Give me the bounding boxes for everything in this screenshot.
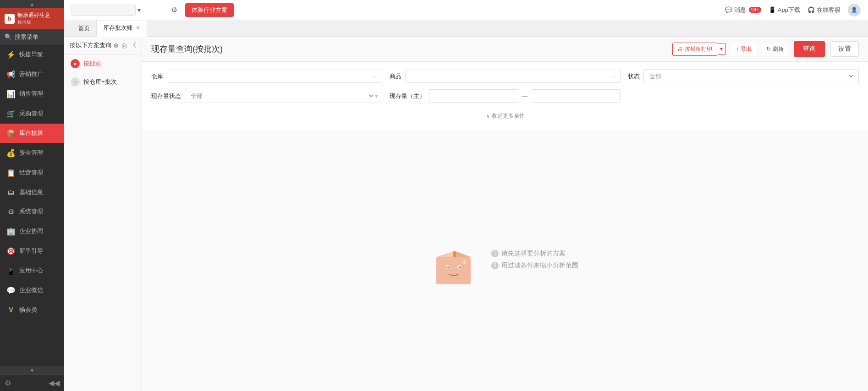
sidebar-label-system: 系统管理 bbox=[19, 207, 43, 216]
sidebar-item-enterprise[interactable]: 🏢 企业协同 bbox=[0, 222, 64, 241]
sidebar-item-finance[interactable]: 💰 资金管理 bbox=[0, 143, 64, 163]
quantity-from-input[interactable] bbox=[429, 89, 519, 103]
svg-rect-3 bbox=[453, 251, 456, 257]
app-download-action[interactable]: 📱 App下载 bbox=[769, 6, 800, 14]
tab-close-btn[interactable]: ✕ bbox=[136, 25, 140, 31]
scheme-by-batch-label: 按批次 bbox=[83, 60, 101, 68]
marketing-icon: 📢 bbox=[6, 70, 16, 79]
topbar-search-input[interactable] bbox=[71, 5, 136, 16]
status-label: 状态 bbox=[628, 72, 640, 81]
sidebar-label-vip: 畅会员 bbox=[19, 306, 37, 314]
filter-panel-header: 按以下方案查询 ⊕ ◎ 《 bbox=[64, 37, 142, 54]
quick-nav-icon: ⚡ bbox=[6, 50, 16, 59]
settings-gear-icon[interactable]: ⚙ bbox=[5, 379, 11, 387]
add-scheme-icon[interactable]: ⊕ bbox=[113, 42, 119, 49]
sidebar-label-new-guide: 新手引导 bbox=[19, 247, 43, 255]
warehouse-input[interactable] bbox=[167, 70, 369, 82]
product-input[interactable] bbox=[406, 70, 607, 82]
sidebar-item-app-center[interactable]: 📱 应用中心 bbox=[0, 261, 64, 281]
sidebar-scroll-down[interactable]: ▼ bbox=[0, 366, 64, 375]
phone-icon: 📱 bbox=[769, 6, 776, 13]
sidebar-item-system[interactable]: ⚙ 系统管理 bbox=[0, 202, 64, 222]
messages-label: 消息 bbox=[734, 6, 746, 14]
page-header: 现存量查询(按批次) 🖨 按模板打印 ▾ ↑ 导出 ↻ bbox=[142, 37, 868, 62]
industry-btn[interactable]: 体验行业方案 bbox=[185, 3, 234, 17]
filter-quantity-field: 现存量（主） — bbox=[390, 89, 621, 103]
settings-btn[interactable]: 设置 bbox=[830, 41, 859, 57]
operations-icon: 📋 bbox=[6, 168, 16, 177]
svg-marker-1 bbox=[436, 251, 453, 257]
status-select-wrapper: 全部 正常 停用 bbox=[643, 69, 859, 83]
dropdown-icon: ▾ bbox=[375, 92, 378, 99]
empty-state: 1 请先选择要分析的方案 2 用过滤条件来缩小分析范围 bbox=[142, 131, 868, 391]
tab-inventory-batch-label: 库存批次账 bbox=[103, 24, 133, 32]
topbar-settings-btn[interactable]: ⚙ bbox=[168, 4, 181, 16]
print-btn[interactable]: 🖨 按模板打印 bbox=[672, 43, 717, 56]
print-dropdown-btn[interactable]: ▾ bbox=[717, 43, 726, 55]
sidebar-label-enterprise: 企业协同 bbox=[19, 227, 43, 235]
new-guide-icon: 🎯 bbox=[6, 247, 16, 255]
main-area: ▾ ⚙ 体验行业方案 💬 消息 99+ 📱 App下载 🎧 在线客服 👤 bbox=[64, 0, 868, 391]
search-label: 搜索菜单 bbox=[15, 33, 38, 41]
scheme-by-warehouse-batch[interactable]: ○ 按仓库+批次 bbox=[64, 73, 142, 91]
sidebar-item-enterprise-wechat[interactable]: 💬 企业微信 bbox=[0, 281, 64, 300]
basic-info-icon: 🗂 bbox=[6, 188, 16, 196]
sidebar-label-inventory: 库存核算 bbox=[19, 129, 43, 137]
messages-action[interactable]: 💬 消息 99+ bbox=[725, 6, 761, 14]
sales-icon: 📊 bbox=[6, 90, 16, 98]
svg-marker-2 bbox=[456, 251, 471, 257]
warehouse-input-wrapper: ··· bbox=[167, 70, 382, 83]
sidebar-item-inventory[interactable]: 📦 库存核算 bbox=[0, 124, 64, 143]
refresh-btn[interactable]: ↻ 刷新 bbox=[762, 43, 788, 55]
tab-home[interactable]: 首页 bbox=[71, 20, 97, 36]
sidebar-label-operations: 经营管理 bbox=[19, 168, 43, 177]
topbar: ▾ ⚙ 体验行业方案 💬 消息 99+ 📱 App下载 🎧 在线客服 👤 bbox=[64, 0, 868, 20]
filter-form: 仓库 ··· 商品 ··· 状态 bbox=[142, 62, 868, 131]
scheme-by-batch[interactable]: ● 按批次 bbox=[64, 54, 142, 73]
product-more-icon[interactable]: ··· bbox=[607, 73, 620, 80]
sidebar-item-quick-nav[interactable]: ⚡ 快捷导航 bbox=[0, 45, 64, 65]
tip-1: 1 请先选择要分析的方案 bbox=[491, 250, 578, 258]
online-service-action[interactable]: 🎧 在线客服 bbox=[808, 6, 841, 14]
filter-product-field: 商品 ··· bbox=[390, 70, 621, 83]
sidebar-item-basic-info[interactable]: 🗂 基础信息 bbox=[0, 183, 64, 202]
sidebar-label-marketing: 营销推广 bbox=[19, 70, 43, 78]
sidebar-item-operations[interactable]: 📋 经营管理 bbox=[0, 163, 64, 183]
status-select[interactable]: 全部 正常 停用 bbox=[648, 72, 855, 80]
warehouse-label: 仓库 bbox=[151, 72, 163, 81]
scheme-settings-icon[interactable]: ◎ bbox=[121, 42, 127, 49]
topbar-actions: 💬 消息 99+ 📱 App下载 🎧 在线客服 👤 bbox=[725, 4, 861, 16]
messages-badge: 99+ bbox=[749, 7, 761, 13]
sidebar-item-new-guide[interactable]: 🎯 新手引导 bbox=[0, 241, 64, 261]
sidebar-bottom: ⚙ ◀◀ bbox=[0, 375, 64, 391]
warehouse-more-icon[interactable]: ··· bbox=[369, 73, 382, 80]
topbar-dropdown-btn[interactable]: ▾ bbox=[137, 6, 141, 14]
inventory-status-label: 现存量状态 bbox=[151, 92, 181, 100]
collapse-row[interactable]: ∧ 收起更多条件 bbox=[151, 109, 859, 124]
sidebar-label-sales: 销售管理 bbox=[19, 90, 43, 98]
empty-illustration bbox=[432, 239, 478, 284]
sidebar-item-purchase[interactable]: 🛒 采购管理 bbox=[0, 104, 64, 124]
export-btn[interactable]: ↑ 导出 bbox=[731, 43, 756, 55]
sidebar-item-vip[interactable]: V 畅会员 bbox=[0, 300, 64, 320]
collapse-sidebar-icon[interactable]: ◀◀ bbox=[49, 379, 60, 387]
sidebar-scroll-up[interactable]: ▲ bbox=[0, 0, 64, 8]
enterprise-wechat-icon: 💬 bbox=[6, 286, 16, 295]
collapse-panel-icon[interactable]: 《 bbox=[130, 41, 136, 49]
filter-inventory-status-field: 现存量状态 全部 ▾ bbox=[151, 89, 382, 103]
empty-tips: 1 请先选择要分析的方案 2 用过滤条件来缩小分析范围 bbox=[491, 250, 578, 273]
svg-point-8 bbox=[463, 260, 466, 265]
tip-1-num: 1 bbox=[491, 250, 499, 257]
sidebar-item-marketing[interactable]: 📢 营销推广 bbox=[0, 65, 64, 84]
headset-icon: 🎧 bbox=[808, 6, 815, 13]
page-title: 现存量查询(按批次) bbox=[151, 43, 223, 54]
filter-panel-actions: ⊕ ◎ 《 bbox=[113, 41, 136, 49]
user-avatar[interactable]: 👤 bbox=[848, 4, 861, 16]
sidebar-search[interactable]: 🔍 搜索菜单 bbox=[0, 29, 64, 45]
tab-inventory-batch[interactable]: 库存批次账 ✕ bbox=[97, 21, 147, 37]
inventory-status-wrapper: 全部 ▾ bbox=[185, 89, 382, 103]
quantity-to-input[interactable] bbox=[531, 89, 621, 103]
inventory-status-select[interactable]: 全部 bbox=[189, 92, 375, 100]
query-btn[interactable]: 查询 bbox=[794, 41, 825, 57]
sidebar-item-sales[interactable]: 📊 销售管理 bbox=[0, 84, 64, 104]
